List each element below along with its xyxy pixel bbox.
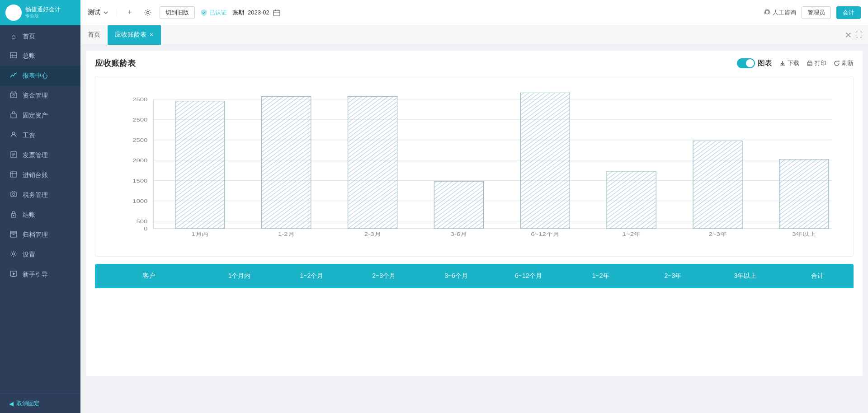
bar-1	[175, 101, 225, 229]
closing-icon	[9, 211, 18, 220]
sidebar-item-archive[interactable]: 归档管理	[0, 225, 80, 245]
col-total: 合计	[781, 264, 854, 288]
payroll-icon	[9, 131, 18, 140]
cancel-fixed-icon: ◀	[9, 400, 14, 407]
sidebar-item-report-center[interactable]: 报表中心	[0, 66, 80, 86]
chart-toggle-label: 图表	[758, 59, 772, 68]
tab-home[interactable]: 首页	[80, 25, 108, 45]
bar-chart: 2500 2500 2500 2000 1500 1000 500 0	[104, 85, 844, 252]
sidebar-item-invoice[interactable]: 发票管理	[0, 145, 80, 165]
bar-4	[434, 182, 483, 229]
assets-icon	[9, 111, 18, 120]
svg-rect-19	[11, 192, 16, 197]
bar-8	[779, 160, 829, 229]
print-button[interactable]: 打印	[807, 59, 826, 67]
sidebar-logo: 畅捷通好会计 专业版	[0, 0, 80, 25]
calendar-icon[interactable]	[273, 9, 280, 16]
main-content: 应收账龄表 图表 下载 打印	[80, 45, 868, 413]
guide-icon	[9, 270, 18, 279]
sidebar-item-closing[interactable]: 结账	[0, 205, 80, 225]
sidebar-item-tax[interactable]: 税务管理	[0, 185, 80, 205]
workspace-selector[interactable]: 测试	[88, 9, 108, 17]
tab-ar-aging[interactable]: 应收账龄表 ✕	[108, 25, 161, 45]
svg-rect-36	[764, 12, 766, 14]
svg-rect-31	[274, 10, 280, 16]
svg-point-5	[12, 75, 13, 75]
refresh-button[interactable]: 刷新	[834, 59, 854, 67]
tax-icon	[9, 191, 18, 200]
bar-2	[262, 97, 311, 229]
expand-button[interactable]: ⛶	[855, 31, 863, 39]
sidebar-item-home[interactable]: ⌂ 首页	[0, 27, 80, 46]
bar-7	[693, 141, 742, 229]
svg-point-11	[12, 132, 15, 135]
bar-5	[520, 93, 570, 229]
svg-text:2500: 2500	[132, 137, 147, 143]
page-content: 应收账龄表 图表 下载 打印	[86, 51, 863, 376]
download-icon	[779, 60, 786, 66]
svg-marker-28	[13, 272, 15, 275]
settings-icon	[9, 250, 18, 259]
headset-icon	[764, 9, 771, 16]
svg-rect-10	[11, 114, 16, 118]
tab-close-icon[interactable]: ✕	[149, 32, 154, 38]
svg-rect-16	[10, 172, 17, 177]
svg-text:1000: 1000	[132, 198, 147, 204]
topbar-right: 人工咨询 管理员 会计	[764, 6, 861, 19]
sidebar-nav: ⌂ 首页 总账 报表中心 资金管理 固定资产	[0, 25, 80, 394]
ledger-icon	[9, 52, 18, 61]
archive-icon	[9, 230, 18, 239]
sidebar-item-beginner-guide[interactable]: 新手引导	[0, 265, 80, 285]
sidebar-item-purchase-sales[interactable]: 进销台账	[0, 165, 80, 185]
sidebar: 畅捷通好会计 专业版 ⌂ 首页 总账 报表中心 资金管理	[0, 0, 80, 413]
support-button[interactable]: 人工咨询	[764, 9, 796, 17]
chart-toggle[interactable]: 图表	[737, 58, 772, 68]
add-button[interactable]: +	[123, 6, 136, 19]
topbar: 测试 + 切到旧版 已认证 账期 2023-02 人工咨询 管理员 会计	[80, 0, 868, 25]
svg-rect-8	[10, 93, 17, 98]
sidebar-item-general-ledger[interactable]: 总账	[0, 46, 80, 66]
purchase-icon	[9, 171, 18, 180]
col-1-2month: 1~2个月	[276, 264, 348, 288]
svg-point-26	[13, 253, 15, 255]
print-icon	[807, 60, 813, 66]
svg-rect-24	[10, 231, 17, 233]
logo-icon	[5, 5, 22, 21]
col-2-3year: 2~3年	[637, 264, 709, 288]
role-button[interactable]: 会计	[836, 6, 861, 19]
close-tab-button[interactable]: ✕	[845, 30, 852, 40]
col-1-2year: 1~2年	[565, 264, 637, 288]
period-display: 账期 2023-02	[232, 9, 280, 17]
user-button[interactable]: 管理员	[802, 6, 831, 19]
chevron-down-icon	[103, 10, 108, 15]
toggle-track[interactable]	[737, 58, 755, 68]
main-area: 测试 + 切到旧版 已认证 账期 2023-02 人工咨询 管理员 会计	[80, 0, 868, 413]
svg-text:3-6月: 3-6月	[451, 231, 467, 237]
fund-icon	[9, 91, 18, 100]
svg-rect-1	[10, 52, 17, 58]
svg-text:0: 0	[144, 226, 147, 232]
settings-button[interactable]	[142, 6, 154, 19]
switch-version-button[interactable]: 切到旧版	[160, 6, 195, 19]
cancel-fixed-button[interactable]: ◀ 取消固定	[0, 394, 80, 413]
sidebar-item-fixed-assets[interactable]: 固定资产	[0, 106, 80, 126]
svg-text:2~3年: 2~3年	[708, 231, 726, 237]
sidebar-item-settings[interactable]: 设置	[0, 245, 80, 265]
page-actions: 图表 下载 打印 刷新	[737, 58, 854, 68]
svg-rect-37	[769, 12, 770, 14]
download-button[interactable]: 下载	[779, 59, 799, 67]
svg-text:6~12个月: 6~12个月	[531, 231, 559, 237]
svg-point-6	[13, 75, 14, 76]
table-header: 客户 1个月内 1~2个月 2~3个月 3~6个月 6~12个月 1~2年 2~…	[95, 264, 854, 288]
toggle-thumb	[746, 59, 754, 67]
sidebar-item-fund-management[interactable]: 资金管理	[0, 86, 80, 106]
sidebar-item-payroll[interactable]: 工资	[0, 126, 80, 145]
svg-text:1-2月: 1-2月	[278, 231, 294, 237]
svg-text:2000: 2000	[132, 158, 147, 164]
col-2-3month: 2~3个月	[348, 264, 420, 288]
divider-1	[116, 8, 116, 17]
workspace-name: 测试	[88, 9, 100, 17]
shield-icon	[200, 9, 208, 16]
logo-text: 畅捷通好会计 专业版	[25, 6, 61, 20]
home-icon: ⌂	[9, 33, 18, 41]
